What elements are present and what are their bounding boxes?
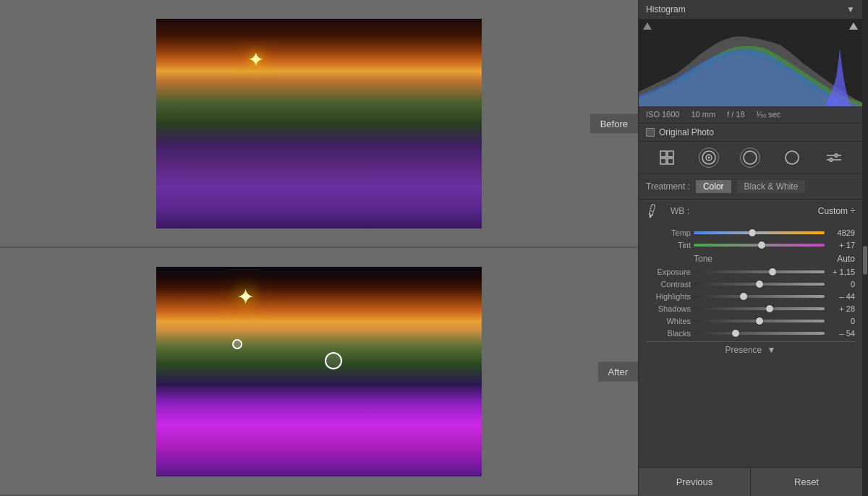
after-panel: After	[0, 248, 638, 496]
temp-slider-row: Temp 4829	[646, 228, 855, 237]
exposure-value: + 1,15	[827, 268, 855, 276]
treatment-label: Treatment :	[646, 181, 690, 192]
crop-tool-icon[interactable]	[740, 147, 760, 168]
original-photo-row: Original Photo	[639, 124, 862, 142]
histogram-svg	[639, 20, 862, 106]
contrast-slider-row: Contrast 0	[646, 280, 855, 288]
contrast-label: Contrast	[646, 280, 691, 288]
highlight-clipping-indicator[interactable]	[849, 22, 858, 30]
cursor-large-circle	[325, 352, 342, 369]
eyedropper-icon[interactable]: 🖊	[643, 201, 662, 221]
contrast-track[interactable]	[694, 283, 825, 286]
original-photo-label: Original Photo	[659, 127, 714, 137]
iso-value: ISO 1600	[646, 110, 679, 119]
whites-value: 0	[827, 317, 855, 325]
presence-label: Presence ▼	[646, 341, 855, 355]
whites-slider-row: Whites 0	[646, 317, 855, 325]
tint-slider-row: Tint + 17	[646, 241, 855, 249]
contrast-value: 0	[827, 280, 855, 288]
tint-thumb[interactable]	[758, 241, 765, 249]
whites-track[interactable]	[694, 320, 825, 322]
before-photo	[156, 19, 482, 228]
whites-label: Whites	[646, 317, 691, 325]
blacks-track[interactable]	[694, 332, 825, 335]
color-treatment-button[interactable]: Color	[696, 180, 731, 193]
temp-thumb[interactable]	[749, 229, 756, 236]
temp-label: Temp	[646, 228, 691, 237]
svg-point-13	[830, 158, 833, 162]
svg-rect-2	[668, 151, 673, 157]
tint-value: + 17	[827, 241, 855, 249]
tint-track[interactable]	[694, 244, 825, 247]
reset-button[interactable]: Reset	[751, 468, 862, 496]
sun-starburst-after	[239, 290, 254, 304]
shadow-clipping-indicator[interactable]	[643, 22, 652, 30]
shadows-track[interactable]	[694, 307, 825, 310]
tint-label: Tint	[646, 241, 691, 249]
exposure-track[interactable]	[694, 270, 825, 273]
after-photo-frame	[156, 267, 482, 476]
before-label[interactable]: Before	[590, 114, 638, 133]
bottom-buttons: Previous Reset	[639, 467, 862, 496]
temp-value: 4829	[827, 228, 855, 237]
highlights-thumb[interactable]	[740, 293, 747, 300]
blacks-value: – 54	[827, 329, 855, 338]
whites-thumb[interactable]	[756, 317, 763, 325]
circle-tool-icon[interactable]	[782, 147, 802, 168]
highlights-value: – 44	[827, 292, 855, 301]
highlights-track[interactable]	[694, 295, 825, 298]
tools-row	[639, 142, 862, 174]
grid-tool-icon[interactable]	[657, 147, 677, 168]
previous-button[interactable]: Previous	[639, 468, 751, 496]
bw-treatment-button[interactable]: Black & White	[737, 180, 806, 193]
scrollbar-thumb[interactable]	[863, 246, 867, 275]
before-photo-frame	[156, 19, 482, 228]
highlights-label: Highlights	[646, 292, 691, 301]
histogram-header: Histogram ▼	[639, 0, 862, 20]
shadows-slider-row: Shadows + 28	[646, 304, 855, 313]
histogram-title: Histogram	[646, 4, 686, 14]
auto-tone-button[interactable]: Auto	[837, 254, 855, 264]
blacks-thumb[interactable]	[732, 330, 739, 337]
tone-row: Tone Auto	[646, 254, 855, 264]
right-scrollbar[interactable]	[862, 0, 868, 496]
blacks-label: Blacks	[646, 329, 691, 338]
treatment-row: Treatment : Color Black & White	[639, 174, 862, 200]
contrast-thumb[interactable]	[756, 281, 763, 288]
radial-tool-icon[interactable]	[699, 147, 719, 168]
shadows-value: + 28	[827, 304, 855, 313]
histogram-dropdown-icon[interactable]: ▼	[846, 4, 855, 14]
svg-rect-4	[668, 158, 673, 164]
sun-starburst-before	[250, 54, 265, 68]
highlights-slider-row: Highlights – 44	[646, 292, 855, 301]
slider-tool-icon[interactable]	[824, 147, 844, 168]
tone-label: Tone	[694, 254, 712, 264]
shadows-label: Shadows	[646, 304, 691, 313]
original-photo-checkbox[interactable]	[646, 128, 655, 137]
exposure-label: Exposure	[646, 268, 691, 276]
wb-value[interactable]: Custom ÷	[818, 206, 855, 216]
shadows-thumb[interactable]	[766, 305, 773, 312]
sliders-section: Temp 4829 Tint + 17 Tone Auto Exposure +	[639, 222, 862, 467]
exposure-slider-row: Exposure + 1,15	[646, 268, 855, 276]
cursor-small-circle	[232, 339, 242, 349]
svg-point-7	[707, 157, 710, 159]
svg-point-8	[744, 151, 757, 164]
focal-value: 10 mm	[691, 110, 715, 119]
exposure-thumb[interactable]	[769, 268, 776, 275]
temp-track[interactable]	[694, 231, 825, 234]
hist-meta: ISO 1600 10 mm f / 18 ¹⁄₅₀ sec	[639, 106, 862, 124]
main-area: Before After	[0, 0, 638, 496]
after-label[interactable]: After	[598, 362, 638, 381]
before-panel: Before	[0, 0, 638, 248]
wb-row: 🖊 WB : Custom ÷	[639, 200, 862, 222]
svg-point-12	[835, 154, 838, 158]
wb-label: WB :	[671, 206, 689, 216]
shutter-value: ¹⁄₅₀ sec	[757, 110, 781, 119]
histogram-area	[639, 20, 862, 106]
after-photo	[156, 267, 482, 476]
blacks-slider-row: Blacks – 54	[646, 329, 855, 338]
svg-rect-1	[660, 151, 666, 157]
right-panel: Histogram ▼ ISO 1600 10 mm f / 18 ¹⁄₅₀ s…	[638, 0, 862, 496]
svg-rect-3	[660, 158, 666, 164]
